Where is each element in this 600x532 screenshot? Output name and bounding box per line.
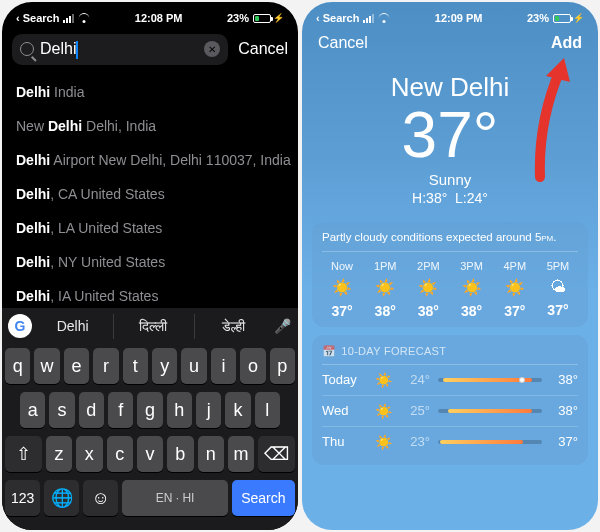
hi-lo: H:38° L:24° xyxy=(302,190,598,206)
forecast-card[interactable]: 📅10-DAY FORECAST Today☀️24°38°Wed☀️25°38… xyxy=(312,335,588,465)
key-q[interactable]: q xyxy=(5,348,30,384)
key-n[interactable]: n xyxy=(198,436,224,472)
hourly-item: 3PM☀️38° xyxy=(452,260,492,319)
key-e[interactable]: e xyxy=(64,348,89,384)
wifi-icon xyxy=(78,14,90,23)
key-a[interactable]: a xyxy=(20,392,45,428)
search-result[interactable]: Delhi, NY United States xyxy=(2,245,298,279)
forecast-row: Today☀️24°38° xyxy=(322,365,578,396)
hourly-item: 2PM☀️38° xyxy=(408,260,448,319)
key-space[interactable]: EN · HI xyxy=(122,480,227,516)
key-h[interactable]: h xyxy=(167,392,192,428)
key-search[interactable]: Search xyxy=(232,480,295,516)
forecast-row: Wed☀️25°38° xyxy=(322,396,578,427)
key-f[interactable]: f xyxy=(108,392,133,428)
signal-icon xyxy=(363,14,374,23)
suggestion-bar: G Delhi दिल्ली डेल्ही 🎤 xyxy=(2,308,298,344)
battery-pct: 23% xyxy=(527,12,549,24)
suggestion[interactable]: Delhi xyxy=(34,314,111,338)
key-o[interactable]: o xyxy=(240,348,265,384)
current-weather: New Delhi 37° Sunny H:38° L:24° xyxy=(302,54,598,214)
search-result[interactable]: New Delhi Delhi, India xyxy=(2,109,298,143)
key-emoji[interactable]: ☺ xyxy=(83,480,118,516)
search-result[interactable]: Delhi, CA United States xyxy=(2,177,298,211)
weather-add-screen: ‹ Search 12:09 PM 23% ⚡ Cancel Add New D… xyxy=(302,2,598,530)
key-x[interactable]: x xyxy=(76,436,102,472)
key-m[interactable]: m xyxy=(228,436,254,472)
key-k[interactable]: k xyxy=(225,392,250,428)
clear-icon[interactable]: ✕ xyxy=(204,41,220,57)
key-t[interactable]: t xyxy=(123,348,148,384)
keyboard: G Delhi दिल्ली डेल्ही 🎤 qwertyuiop asdfg… xyxy=(2,308,298,530)
suggestion[interactable]: दिल्ली xyxy=(113,314,191,339)
key-globe[interactable]: 🌐 xyxy=(44,480,79,516)
search-row: Delhi ✕ Cancel xyxy=(2,30,298,73)
suggestion[interactable]: डेल्ही xyxy=(194,314,272,339)
hourly-card[interactable]: Partly cloudy conditions expected around… xyxy=(312,222,588,327)
hourly-item: 5PM🌤37° xyxy=(538,260,578,319)
key-u[interactable]: u xyxy=(181,348,206,384)
hourly-caption: Partly cloudy conditions expected around… xyxy=(322,230,578,252)
key-i[interactable]: i xyxy=(211,348,236,384)
key-c[interactable]: c xyxy=(107,436,133,472)
forecast-title: 📅10-DAY FORECAST xyxy=(322,343,578,365)
battery-icon: ⚡ xyxy=(253,13,284,23)
search-input[interactable]: Delhi ✕ xyxy=(12,34,228,65)
battery-icon: ⚡ xyxy=(553,13,584,23)
key-w[interactable]: w xyxy=(34,348,59,384)
back-label[interactable]: ‹ Search xyxy=(16,12,59,24)
forecast-row: Thu☀️23°37° xyxy=(322,427,578,457)
key-p[interactable]: p xyxy=(270,348,295,384)
mic-icon[interactable]: 🎤 xyxy=(274,317,292,335)
add-button[interactable]: Add xyxy=(551,34,582,52)
key-shift[interactable]: ⇧ xyxy=(5,436,42,472)
search-result[interactable]: Delhi, LA United States xyxy=(2,211,298,245)
battery-pct: 23% xyxy=(227,12,249,24)
wifi-icon xyxy=(378,14,390,23)
search-screen: ‹ Search 12:08 PM 23% ⚡ Delhi ✕ Cancel D… xyxy=(2,2,298,530)
cancel-button[interactable]: Cancel xyxy=(238,40,288,58)
key-s[interactable]: s xyxy=(49,392,74,428)
hourly-item: 4PM☀️37° xyxy=(495,260,535,319)
clock: 12:09 PM xyxy=(435,12,483,24)
key-r[interactable]: r xyxy=(93,348,118,384)
cancel-button[interactable]: Cancel xyxy=(318,34,368,52)
key-l[interactable]: l xyxy=(255,392,280,428)
key-d[interactable]: d xyxy=(79,392,104,428)
status-bar: ‹ Search 12:09 PM 23% ⚡ xyxy=(302,2,598,30)
key-y[interactable]: y xyxy=(152,348,177,384)
google-icon[interactable]: G xyxy=(8,314,32,338)
key-v[interactable]: v xyxy=(137,436,163,472)
key-numbers[interactable]: 123 xyxy=(5,480,40,516)
status-bar: ‹ Search 12:08 PM 23% ⚡ xyxy=(2,2,298,30)
current-temp: 37° xyxy=(302,103,598,167)
search-icon xyxy=(20,42,34,56)
search-result[interactable]: Delhi India xyxy=(2,75,298,109)
condition: Sunny xyxy=(302,171,598,188)
key-z[interactable]: z xyxy=(46,436,72,472)
calendar-icon: 📅 xyxy=(322,345,336,358)
key-backspace[interactable]: ⌫ xyxy=(258,436,295,472)
key-g[interactable]: g xyxy=(137,392,162,428)
search-result[interactable]: Delhi Airport New Delhi, Delhi 110037, I… xyxy=(2,143,298,177)
hourly-item: Now☀️37° xyxy=(322,260,362,319)
key-j[interactable]: j xyxy=(196,392,221,428)
clock: 12:08 PM xyxy=(135,12,183,24)
key-b[interactable]: b xyxy=(167,436,193,472)
back-label[interactable]: ‹ Search xyxy=(316,12,359,24)
signal-icon xyxy=(63,14,74,23)
hourly-item: 1PM☀️38° xyxy=(365,260,405,319)
